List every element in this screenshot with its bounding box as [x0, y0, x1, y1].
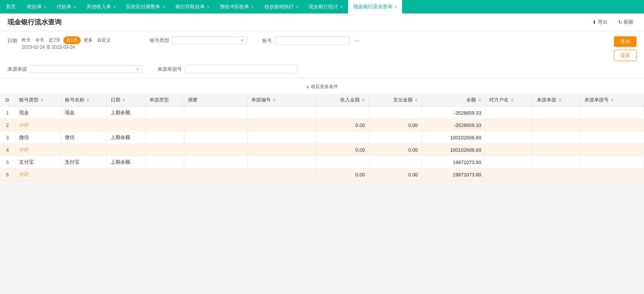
account-label: 账号: [262, 37, 272, 44]
nav-home[interactable]: 首页: [0, 0, 22, 13]
sort-icon: ⇅: [478, 98, 481, 102]
chevron-down-icon: ∨: [241, 38, 244, 43]
account-type-label: 账号类型: [150, 37, 169, 44]
col-expense[interactable]: 支出金额 ⇅: [369, 94, 422, 107]
nav-tab-other-income[interactable]: 其他收入单 ×: [81, 0, 121, 13]
table-header-row: ⚙ 账号类型 ⇅ 账号名称 ⇅ 日期 ⇅ 单据类型 摘要: [0, 94, 644, 107]
data-table: ⚙ 账号类型 ⇅ 账号名称 ⇅ 日期 ⇅ 单据类型 摘要: [0, 94, 644, 181]
date-range-value: 2023-02-24 至 2023-03-24: [22, 44, 112, 51]
source-doc-no-input[interactable]: [185, 65, 297, 73]
nav-tab-bank-deposit[interactable]: 银行存取款单 ×: [170, 0, 215, 13]
sort-icon: ⇅: [86, 98, 89, 102]
close-icon[interactable]: ×: [113, 4, 116, 9]
close-icon[interactable]: ×: [162, 4, 165, 9]
settings-button[interactable]: 设置: [614, 50, 636, 61]
col-account-name[interactable]: 账号名称 ⇅: [61, 94, 107, 107]
filter-section: 日期 昨天 今天 近7天 近1月 更多 自定义 2023-02-24 至 202…: [0, 31, 644, 94]
query-button[interactable]: 查询: [614, 36, 636, 47]
sort-icon: ⇅: [611, 98, 614, 102]
col-account-type[interactable]: 账号类型 ⇅: [15, 94, 61, 107]
close-icon[interactable]: ×: [44, 4, 46, 9]
chevron-down-icon: ∨: [136, 67, 139, 72]
header-actions: ⬆ 导出 ↻ 刷新: [589, 17, 636, 27]
sort-icon: ⇅: [41, 98, 44, 102]
collapse-button[interactable]: ∧ 收起更多条件: [306, 82, 338, 91]
shortcut-1month[interactable]: 近1月: [63, 36, 81, 44]
table-row: 2小计0.000.00-3528659.33: [0, 119, 644, 131]
nav-tab-verify[interactable]: 收款核销执行 ×: [259, 0, 303, 13]
shortcut-more[interactable]: 更多: [82, 36, 94, 44]
shortcut-custom[interactable]: 自定义: [96, 36, 112, 44]
sort-icon: ⇅: [511, 98, 514, 102]
col-source-doc-no[interactable]: 来源单据号 ⇅: [580, 94, 644, 107]
nav-tab-cashflow[interactable]: 现金银行流水查询 ×: [348, 0, 402, 13]
col-doc-no[interactable]: 单据编号 ⇅: [247, 94, 316, 107]
col-summary[interactable]: 摘要: [184, 94, 247, 107]
top-navigation: 首页 收款单 × 付款单 × 其他收入单 × 应收应付调整单 × 银行存取款单 …: [0, 0, 644, 13]
col-settings[interactable]: ⚙: [0, 94, 15, 107]
table-row: 3微信微信上期余额100102606.60: [0, 131, 644, 144]
col-balance[interactable]: 余额 ⇅: [422, 94, 485, 107]
nav-tab-stats[interactable]: 现金银行统计 ×: [303, 0, 348, 13]
refresh-button[interactable]: ↻ 刷新: [615, 17, 636, 27]
col-doc-type[interactable]: 单据类型: [145, 94, 184, 107]
table-row: 1现金现金上期余额-3528659.33: [0, 107, 644, 119]
col-counterparty[interactable]: 对方户名 ⇅: [485, 94, 533, 107]
close-icon[interactable]: ×: [395, 4, 397, 9]
export-icon: ⬆: [592, 19, 596, 25]
close-icon[interactable]: ×: [296, 4, 298, 9]
close-icon[interactable]: ×: [340, 4, 342, 9]
close-icon[interactable]: ×: [207, 4, 209, 9]
nav-tab-payment[interactable]: 付款单 ×: [51, 0, 81, 13]
nav-tab-advance[interactable]: 预收冲应收单 ×: [215, 0, 259, 13]
col-date[interactable]: 日期 ⇅: [107, 94, 145, 107]
shortcut-7days[interactable]: 近7天: [47, 36, 62, 44]
table-row: 6小计0.000.0019871073.60: [0, 169, 644, 181]
export-button[interactable]: ⬆ 导出: [589, 17, 611, 27]
table-row: 4小计0.000.00100102606.60: [0, 144, 644, 156]
close-icon[interactable]: ×: [251, 4, 254, 9]
nav-tab-adjustment[interactable]: 应收应付调整单 ×: [121, 0, 170, 13]
data-table-container: ⚙ 账号类型 ⇅ 账号名称 ⇅ 日期 ⇅ 单据类型 摘要: [0, 94, 644, 181]
dots-button[interactable]: ···: [353, 37, 361, 44]
source-doc-select[interactable]: ∨: [30, 65, 143, 73]
collapse-icon: ∧: [306, 84, 309, 90]
nav-tab-receipt[interactable]: 收款单 ×: [22, 0, 51, 13]
source-doc-no-label: 来源单据号: [158, 66, 182, 73]
table-row: 5支付宝支付宝上期余额19871073.60: [0, 156, 644, 169]
col-source-doc[interactable]: 来源单据 ⇅: [533, 94, 580, 107]
sort-icon: ⇅: [415, 98, 418, 102]
date-label: 日期: [8, 36, 17, 44]
close-icon[interactable]: ×: [74, 4, 76, 9]
sort-icon: ⇅: [273, 98, 276, 102]
sort-icon: ⇅: [122, 98, 125, 102]
page-title: 现金银行流水查询: [8, 18, 62, 27]
refresh-icon: ↻: [618, 19, 622, 25]
settings-icon[interactable]: ⚙: [5, 97, 10, 103]
sort-icon: ⇅: [558, 98, 561, 102]
shortcut-today[interactable]: 今天: [34, 36, 46, 44]
account-input[interactable]: [275, 36, 350, 45]
col-income[interactable]: 收入金额 ⇅: [316, 94, 369, 107]
sort-icon: ⇅: [362, 98, 365, 102]
page-header: 现金银行流水查询 ⬆ 导出 ↻ 刷新: [0, 13, 644, 31]
shortcut-yesterday[interactable]: 昨天: [20, 36, 32, 44]
account-type-select[interactable]: ∨: [172, 36, 247, 44]
source-doc-label: 来源单据: [8, 66, 27, 73]
